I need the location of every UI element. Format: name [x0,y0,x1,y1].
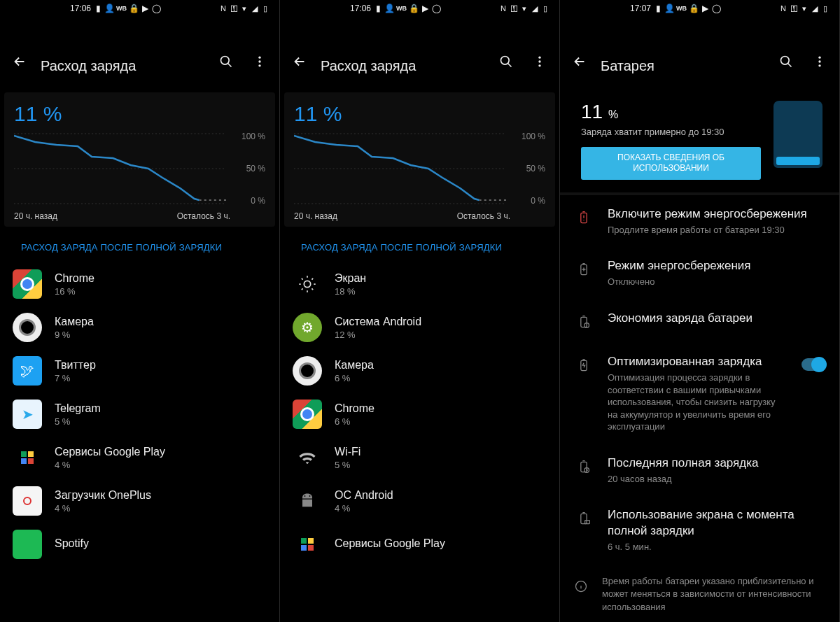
wb-label: WB [396,5,407,12]
battery-graph-card[interactable]: 11 % 100 % 50 % 0 % 20 ч. назад Осталось… [4,92,275,227]
chart-x-axis: 20 ч. назад Осталось 3 ч. [14,211,265,221]
svg-point-0 [221,57,230,65]
battery-percent: 11 % [581,101,761,123]
setting-screen-on-time[interactable]: Использование экрана с момента полной за… [560,496,839,564]
chrome-icon [293,400,322,429]
setting-optimized-charging[interactable]: Оптимизированная зарядка Оптимизация про… [560,343,839,444]
optimized-charging-toggle[interactable] [802,358,825,371]
svg-point-10 [538,64,540,66]
usage-row-camera[interactable]: Камера6 % [280,349,559,393]
nfc-icon: N [779,4,788,13]
phone-panel-1: 17:06 ▮ 👤 WB 🔒 ▶ ◯ N ⚿ ▾ ◢ ▯ Расход заря… [0,0,280,622]
usage-row-twitter[interactable]: 🕊 Твиттер7 % [0,349,279,393]
usage-row-oneplus[interactable]: Загрузчик OnePlus4 % [0,479,279,523]
chart-y-axis: 100 % 50 % 0 % [510,130,545,207]
battery-graph-card[interactable]: 11 % 100 % 50 % 0 % 20 ч. назад Осталось… [284,92,555,227]
signal-icon: ◢ [251,4,259,13]
setting-power-saving-mode[interactable]: Режим энергосбережения Отключено [560,247,839,299]
camera-icon [13,313,42,342]
svg-point-18 [818,57,820,59]
camera-icon [293,356,322,386]
lock-icon: 🔒 [690,4,698,13]
search-button[interactable] [214,49,239,74]
android-os-icon [293,486,322,516]
chart-y-axis: 100 % 50 % 0 % [230,130,265,207]
person-icon: 👤 [105,4,113,13]
svg-rect-23 [581,317,587,327]
setting-battery-economy[interactable]: Экономия заряда батареи [560,299,839,343]
battery-percent: 11 % [14,102,265,126]
status-time: 17:06 [350,3,371,13]
app-bar: Батарея [560,17,839,87]
brightness-icon [293,269,322,299]
battery-chart [14,130,226,207]
wb-label: WB [116,5,127,12]
svg-point-19 [818,60,820,62]
shield-icon: ◯ [712,4,720,13]
status-time: 17:07 [630,3,651,13]
usage-row-android-os[interactable]: ОС Android4 % [280,479,559,523]
usage-row-spotify[interactable]: Spotify [0,523,279,566]
svg-point-7 [501,57,510,65]
usage-row-screen[interactable]: Экран18 % [280,262,559,306]
spotify-icon [13,530,42,559]
usage-row-chrome[interactable]: Chrome16 % [0,262,279,306]
content-battery-settings[interactable]: 11 % Заряда хватит примерно до 19:30 ПОК… [560,87,839,622]
search-button[interactable] [493,49,519,74]
phone-panel-3: 17:07 ▮ 👤 WB 🔒 ▶ ◯ N ⚿ ▾ ◢ ▯ Батарея [560,0,840,622]
usage-list: Экран18 % ⚙ Система Android12 % Камера6 … [280,262,559,566]
svg-point-8 [538,57,540,59]
battery-eco-icon [574,312,594,332]
battery-summary: 11 % Заряда хватит примерно до 19:30 ПОК… [560,87,839,195]
status-time: 17:06 [70,3,91,13]
app-bar: Расход заряда [0,17,279,87]
setting-enable-saver[interactable]: Включите режим энергосбережения Продлите… [560,195,839,248]
nfc-icon: N [499,4,507,13]
usage-row-gplay[interactable]: Сервисы Google Play4 % [0,436,279,479]
content-usage[interactable]: 11 % 100 % 50 % 0 % 20 ч. назад Осталось… [0,87,279,622]
show-usage-details-button[interactable]: ПОКАЗАТЬ СВЕДЕНИЯ ОБ ИСПОЛЬЗОВАНИИ [581,147,761,180]
usage-row-gplay[interactable]: Сервисы Google Play [280,523,559,566]
twitter-icon: 🕊 [13,356,42,386]
usage-row-chrome[interactable]: Chrome6 % [280,393,559,436]
battery-status-icon: ▯ [541,4,550,13]
battery-chart [294,130,506,207]
battery-clock-icon [574,457,594,476]
key-icon: ⚿ [510,4,518,13]
usage-row-camera[interactable]: Камера9 % [0,306,279,349]
signal-icon: ◢ [811,4,819,13]
overflow-menu-button[interactable] [807,49,832,74]
key-icon: ⚿ [790,4,798,13]
nfc-icon: N [219,4,227,13]
setting-last-full-charge[interactable]: Последняя полная зарядка 20 часов назад [560,444,839,497]
status-bar: 17:06 ▮ 👤 WB 🔒 ▶ ◯ N ⚿ ▾ ◢ ▯ [0,0,279,17]
battery-optimize-icon [574,355,594,375]
battery-percent: 11 % [294,102,545,126]
content-usage[interactable]: 11 % 100 % 50 % 0 % 20 ч. назад Осталось… [280,87,559,622]
google-play-services-icon [13,443,42,472]
youtube-icon: ▶ [421,4,429,13]
overflow-menu-button[interactable] [527,49,552,74]
back-button[interactable] [567,49,592,74]
page-title: Батарея [601,58,765,74]
svg-point-14 [304,281,310,287]
battery-estimate: Заряда хватит примерно до 19:30 [581,126,761,139]
usage-list: Chrome16 % Камера9 % 🕊 Твиттер7 % ➤ Tele… [0,262,279,566]
search-button[interactable] [774,49,799,74]
usage-row-telegram[interactable]: ➤ Telegram5 % [0,393,279,436]
lock-icon: 🔒 [410,4,418,13]
google-play-services-icon [293,530,322,559]
battery-status-icon: ▯ [261,4,270,13]
wifi-icon [293,443,322,472]
svg-point-2 [258,60,260,62]
wb-label: WB [676,5,687,12]
back-button[interactable] [7,49,32,74]
usage-row-android-system[interactable]: ⚙ Система Android12 % [280,306,559,349]
status-bar: 17:07 ▮ 👤 WB 🔒 ▶ ◯ N ⚿ ▾ ◢ ▯ [560,0,839,17]
telegram-icon: ➤ [13,400,42,429]
key-icon: ⚿ [230,4,238,13]
overflow-menu-button[interactable] [247,49,272,74]
svg-point-20 [818,64,820,66]
back-button[interactable] [287,49,312,74]
usage-row-wifi[interactable]: Wi-Fi5 % [280,436,559,479]
